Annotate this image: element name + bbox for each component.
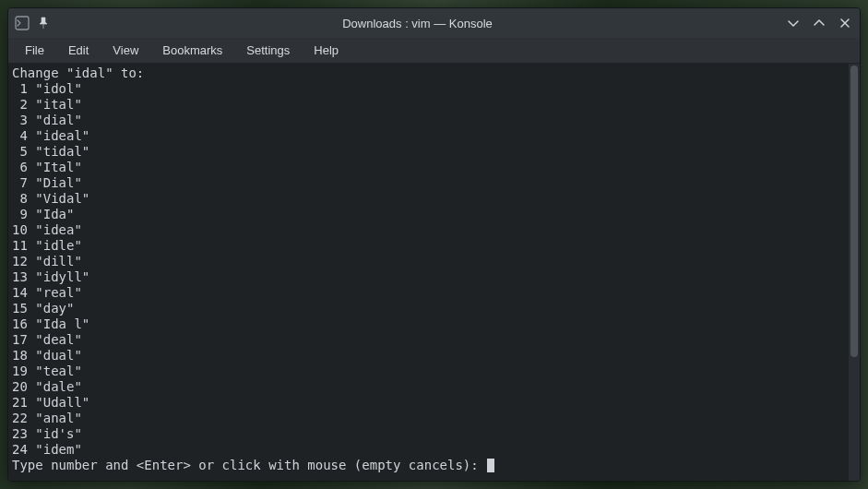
maximize-button[interactable] — [810, 14, 828, 32]
close-button[interactable] — [836, 14, 854, 32]
minimize-button[interactable] — [784, 14, 803, 32]
titlebar: Downloads : vim — Konsole — [8, 8, 860, 38]
menu-settings[interactable]: Settings — [235, 40, 301, 61]
terminal[interactable]: Change "idal" to: 1 "idol" 2 "ital" 3 "d… — [8, 64, 849, 481]
terminal-area: Change "idal" to: 1 "idol" 2 "ital" 3 "d… — [8, 64, 860, 481]
menu-view[interactable]: View — [101, 40, 149, 61]
svg-rect-0 — [16, 17, 29, 30]
window-title: Downloads : vim — Konsole — [51, 17, 784, 30]
cursor — [487, 459, 494, 472]
scrollbar-thumb[interactable] — [850, 66, 858, 357]
menu-file[interactable]: File — [14, 40, 55, 61]
menu-edit[interactable]: Edit — [57, 40, 100, 61]
menu-help[interactable]: Help — [303, 40, 350, 61]
menubar: File Edit View Bookmarks Settings Help — [8, 38, 860, 64]
menu-bookmarks[interactable]: Bookmarks — [151, 40, 233, 61]
app-menu-icon[interactable] — [14, 15, 30, 31]
scrollbar[interactable] — [849, 64, 860, 481]
konsole-window: Downloads : vim — Konsole File Edit View… — [7, 7, 861, 482]
pin-icon[interactable] — [36, 16, 51, 30]
